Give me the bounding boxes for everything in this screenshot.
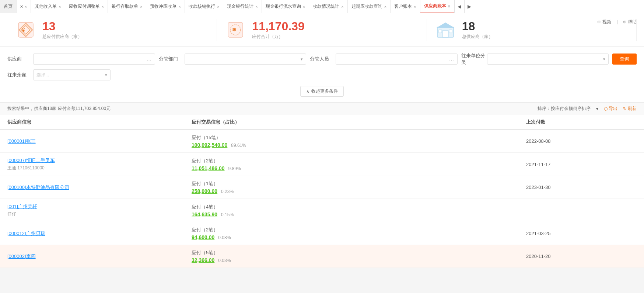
- payable-suppliers-count: 13: [42, 20, 82, 32]
- close-icon[interactable]: ×: [25, 4, 27, 9]
- tx-row: 258,000.00 0.23%: [192, 188, 526, 194]
- tab-3[interactable]: 3 ×: [17, 0, 31, 13]
- close-icon[interactable]: ×: [102, 4, 104, 9]
- tx-percent: 0.23%: [221, 189, 234, 194]
- close-icon[interactable]: ×: [414, 4, 416, 9]
- supplier-dots-icon[interactable]: …: [147, 56, 152, 62]
- svg-rect-9: [442, 31, 448, 37]
- tx-info-cell: 应付（5笔） 32,366.00 0.03%: [192, 249, 526, 263]
- tx-info-cell: 应付（15笔） 100,092,540.00 89.61%: [192, 134, 526, 148]
- tab-adjustment[interactable]: 应收应付调整单 ×: [65, 0, 108, 13]
- table-row: [000001]张三 应付（15笔） 100,092,540.00 89.61%…: [0, 130, 644, 153]
- dept-label: 分管部门: [159, 56, 185, 62]
- person-input[interactable]: [339, 56, 449, 62]
- tx-label: 应付（2笔）: [192, 227, 526, 233]
- balance-select[interactable]: 选择... ▾: [33, 69, 111, 80]
- close-icon[interactable]: ×: [59, 4, 61, 9]
- last-pay-cell: 2021-03-25: [526, 231, 637, 236]
- collapse-button[interactable]: ∧ 收起更多条件: [300, 86, 344, 97]
- diamond-icon: ¥: [15, 19, 37, 41]
- tab-prepay[interactable]: 预收冲应收单 ×: [146, 0, 185, 13]
- sort-label[interactable]: 排序：按应付余额倒序排序: [538, 106, 591, 112]
- stats-bar: ¥ 13 总应付供应商（家） ❄ 11,170.39 应付合计（万）: [0, 13, 644, 47]
- results-summary: 搜索结果中，供应商13家 应付金额111,703,854.00元: [7, 106, 111, 112]
- search-button[interactable]: 查询: [612, 54, 637, 65]
- table-row: [000100]本特勤油品有限公司 应付（1笔） 258,000.00 0.23…: [0, 176, 644, 199]
- supplier-label: 供应商: [7, 56, 33, 62]
- tab-supplier-account[interactable]: 供应商账本 ×: [420, 0, 454, 13]
- close-icon[interactable]: ×: [140, 4, 142, 9]
- tx-amount[interactable]: 32,366.00: [192, 257, 214, 263]
- close-icon[interactable]: ×: [217, 4, 219, 9]
- last-pay-date: 2023-01-30: [526, 185, 551, 190]
- person-input-wrap[interactable]: …: [336, 54, 458, 65]
- table-body: [000001]张三 应付（15笔） 100,092,540.00 89.61%…: [0, 130, 644, 268]
- tab-collection-stat[interactable]: 收款情况统计 ×: [309, 0, 347, 13]
- supplier-input[interactable]: [36, 56, 147, 62]
- tx-label: 应付（1笔）: [192, 180, 526, 187]
- svg-marker-8: [437, 23, 454, 28]
- chevron-down-icon: ▾: [603, 57, 605, 62]
- tab-cash-flow[interactable]: 现金银行流水查询 ×: [262, 0, 309, 13]
- supplier-link[interactable]: [001]广州荣轩: [7, 203, 192, 210]
- person-dots-icon[interactable]: …: [449, 56, 454, 62]
- dept-select[interactable]: ▾: [185, 54, 307, 65]
- video-link[interactable]: ⊙ 视频: [597, 19, 611, 25]
- tab-other-income[interactable]: 其他收入单 ×: [31, 0, 65, 13]
- category-select[interactable]: ▾: [487, 54, 609, 65]
- filter-dept: 分管部门 ▾: [159, 54, 307, 65]
- results-bar: 搜索结果中，供应商13家 应付金额111,703,854.00元 排序：按应付余…: [0, 103, 644, 115]
- close-icon[interactable]: ×: [178, 4, 181, 9]
- tx-label: 应付（15笔）: [192, 134, 526, 141]
- close-icon[interactable]: ×: [255, 4, 258, 9]
- tx-amount[interactable]: 94,600.00: [192, 234, 214, 240]
- tx-row: 164,635.90 0.15%: [192, 211, 526, 217]
- export-button[interactable]: ⬡ 导出: [604, 106, 617, 112]
- col-header-tx: 应付交易信息（占比）: [192, 119, 526, 125]
- snowflake-icon: ❄: [224, 19, 246, 41]
- top-nav: 首页 3 × 其他收入单 × 应收应付调整单 × 银行存取款单 × 预收冲应收单…: [0, 0, 644, 13]
- supplier-link[interactable]: [000001]张三: [7, 138, 192, 145]
- supplier-link[interactable]: [000012]广州贝瑞: [7, 230, 192, 237]
- refresh-button[interactable]: ↻ 刷新: [623, 106, 637, 112]
- help-bar: ⊙ 视频 ｜ ⊙ 帮助: [597, 19, 637, 25]
- col-header-lastpay: 上次付数: [526, 119, 637, 125]
- tx-percent: 0.03%: [218, 258, 231, 263]
- tx-info-cell: 应付（4笔） 164,635.90 0.15%: [192, 204, 526, 217]
- tx-amount[interactable]: 258,000.00: [192, 188, 217, 194]
- total-suppliers-label: 总供应商（家）: [462, 34, 493, 40]
- close-icon[interactable]: ×: [303, 4, 305, 9]
- nav-prev-arrow[interactable]: ◀: [454, 0, 464, 13]
- svg-rect-10: [439, 30, 442, 33]
- supplier-link[interactable]: [000007]恒旺二手叉车: [7, 157, 192, 164]
- nav-next-arrow[interactable]: ▶: [464, 0, 474, 13]
- tx-amount[interactable]: 100,092,540.00: [192, 142, 227, 148]
- tab-cash-bank-stat[interactable]: 现金银行统计 ×: [223, 0, 262, 13]
- tab-customer-account[interactable]: 客户账本 ×: [391, 0, 420, 13]
- close-icon[interactable]: ×: [448, 4, 450, 8]
- table-row: [000007]恒旺二手叉车 王通 17106110000 应付（2笔） 11,…: [0, 153, 644, 176]
- tx-amount[interactable]: 164,635.90: [192, 211, 217, 217]
- tab-overdue[interactable]: 超期应收款查询 ×: [348, 0, 391, 13]
- payable-amount-count: 11,170.39: [252, 20, 304, 32]
- tab-home[interactable]: 首页: [0, 0, 17, 13]
- svg-rect-0: [18, 23, 33, 37]
- close-icon[interactable]: ×: [341, 4, 343, 9]
- supplier-input-wrap[interactable]: …: [33, 54, 155, 65]
- filter-balance: 往来余额 选择... ▾: [7, 69, 111, 80]
- tx-amount[interactable]: 11,051,486.00: [192, 165, 225, 171]
- table-row: [001]广州荣轩 仔仔 应付（4笔） 164,635.90 0.15%: [0, 199, 644, 222]
- supplier-link[interactable]: [000100]本特勤油品有限公司: [7, 184, 192, 191]
- tab-collection[interactable]: 收款核销执行 ×: [185, 0, 223, 13]
- supplier-link[interactable]: [000002]李四: [7, 253, 192, 260]
- export-icon: ⬡: [604, 106, 608, 111]
- tx-row: 11,051,486.00 9.89%: [192, 165, 526, 171]
- tab-bank[interactable]: 银行存取款单 ×: [108, 0, 146, 13]
- last-pay-date: 2020-11-20: [526, 254, 551, 259]
- stat-payable-suppliers: ¥ 13 总应付供应商（家）: [7, 19, 217, 41]
- close-icon[interactable]: ×: [384, 4, 386, 9]
- help-link[interactable]: ⊙ 帮助: [623, 19, 637, 25]
- supplier-info-cell: [000012]广州贝瑞: [7, 230, 192, 237]
- filter-row-1: 供应商 … 分管部门 ▾ 分管人员 … 往来单位分类: [7, 52, 637, 66]
- tx-info-cell: 应付（1笔） 258,000.00 0.23%: [192, 180, 526, 194]
